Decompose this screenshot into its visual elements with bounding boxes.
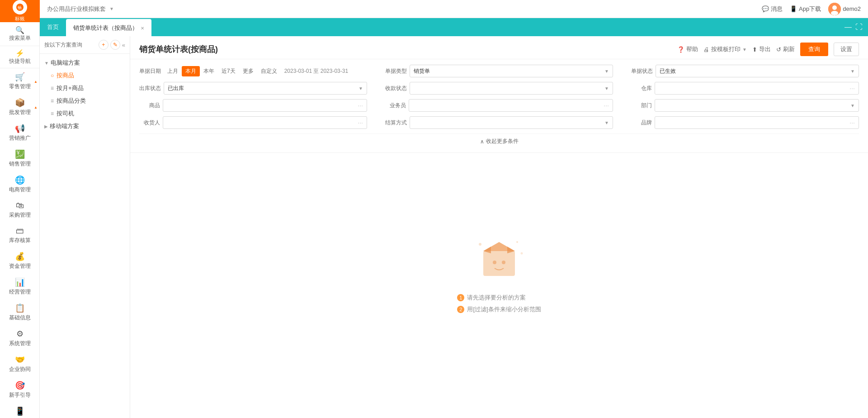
doc-type-select[interactable]: 销货单 ▼	[410, 65, 613, 77]
sidebar-item-system[interactable]: ⚙ 系统管理	[0, 325, 39, 351]
sidebar-item-quick-nav[interactable]: ⚡ 快捷导航	[0, 46, 39, 68]
export-btn[interactable]: ⬆ 导出	[752, 45, 771, 53]
sidebar-item-retail[interactable]: 🛒 零售管理	[0, 68, 39, 94]
sidebar-item-inventory[interactable]: 🗃 库存核算	[0, 223, 39, 248]
print-dropdown-icon[interactable]: ▼	[742, 47, 747, 52]
sidebar-item-onboarding[interactable]: 🎯 新手引导	[0, 377, 39, 403]
sidebar-item-app-center[interactable]: 📱 应用中心	[0, 403, 39, 418]
dept-select[interactable]: ▼	[655, 99, 859, 112]
tree-child-by-category[interactable]: ≡ 按商品分类	[40, 95, 130, 107]
filter-dept: 部门 ▼	[631, 99, 859, 112]
edit-scheme-btn[interactable]: ✎	[110, 40, 120, 50]
warehouse-input[interactable]: ···	[655, 82, 859, 95]
out-status-select[interactable]: 已出库 ▼	[164, 82, 367, 95]
sidebar-item-sales[interactable]: 💹 销售管理	[0, 146, 39, 171]
date-btn-this-year[interactable]: 本年	[200, 66, 218, 76]
tree-child-by-cashier[interactable]: ≡ 按司机	[40, 107, 130, 120]
sidebar-item-wholesale[interactable]: 📦 批发管理	[0, 94, 39, 120]
sales-icon: 💹	[15, 149, 25, 159]
tree-child-by-product[interactable]: ○ 按商品	[40, 69, 130, 82]
collab-icon: 🤝	[15, 355, 25, 365]
tree-parent-pc-label: 电脑端方案	[51, 59, 80, 67]
date-btn-7days[interactable]: 近7天	[218, 66, 239, 76]
header-left: 办公用品行业模拟账套 ▼	[47, 5, 114, 13]
add-scheme-btn[interactable]: +	[99, 40, 108, 50]
message-icon: 💬	[762, 5, 769, 12]
recipient-label: 收货人	[139, 119, 160, 127]
onboarding-icon: 🎯	[15, 380, 25, 390]
tab-close-icon[interactable]: ✕	[141, 26, 144, 31]
warehouse-label: 仓库	[631, 85, 652, 92]
date-label: 单据日期	[139, 67, 161, 75]
tab-sales-stat[interactable]: 销货单统计表（按商品） ✕	[66, 19, 151, 37]
date-btn-custom[interactable]: 自定义	[257, 66, 281, 76]
warehouse-dots-icon: ···	[849, 85, 855, 92]
print-label: 按模板打印	[711, 45, 741, 53]
sidebar-item-search[interactable]: 🔍 搜索菜单	[0, 22, 39, 46]
out-status-value: 已出库	[168, 85, 184, 92]
print-btn[interactable]: 🖨 按模板打印 ▼	[703, 45, 747, 53]
page-title-bar: 销货单统计表(按商品) ❓ 帮助 🖨 按模板打印 ▼ ⬆ 导出	[130, 36, 868, 59]
message-btn[interactable]: 💬 消息	[762, 5, 783, 13]
industry-dropdown-icon[interactable]: ▼	[109, 6, 114, 11]
header-right: 💬 消息 📱 App下载 demo2	[762, 3, 861, 15]
payment-status-label: 收款状态	[385, 85, 407, 92]
user-menu[interactable]: demo2	[828, 3, 861, 15]
by-cashier-icon: ≡	[51, 110, 54, 117]
recipient-dots-icon: ···	[358, 119, 363, 126]
brand-input[interactable]: ···	[655, 116, 859, 129]
app-download-label: App下载	[799, 5, 821, 13]
salesperson-input[interactable]: ···	[409, 99, 613, 112]
help-btn[interactable]: ❓ 帮助	[677, 45, 698, 53]
app-download-btn[interactable]: 📱 App下载	[790, 5, 821, 13]
help-label: 帮助	[686, 45, 698, 53]
tree-child-by-month-product[interactable]: ≡ 按月+商品	[40, 82, 130, 95]
collapse-panel-btn[interactable]: «	[122, 42, 125, 48]
empty-illustration	[472, 228, 526, 283]
settings-button[interactable]: 设置	[834, 43, 859, 56]
payment-method-select[interactable]: ▼	[410, 116, 613, 129]
tip-num-1: 1	[457, 294, 464, 301]
sidebar-item-finance[interactable]: 💰 资金管理	[0, 248, 39, 274]
date-btn-last-month[interactable]: 上月	[164, 66, 182, 76]
inventory-icon: 🗃	[16, 226, 24, 236]
collapse-label: 收起更多条件	[486, 138, 519, 145]
collapse-btn[interactable]: ∧ 收起更多条件	[480, 138, 519, 145]
sidebar-item-ecommerce[interactable]: 🌐 电商管理	[0, 171, 39, 197]
tree-parent-mobile[interactable]: ▶ 移动端方案	[40, 120, 130, 133]
sidebar-item-collab[interactable]: 🤝 企业协同	[0, 351, 39, 377]
payment-status-select[interactable]: ▼	[410, 82, 613, 95]
sidebar-item-operations[interactable]: 📊 经营管理	[0, 274, 39, 299]
filter-payment-status: 收款状态 ▼	[385, 82, 613, 95]
tree-parent-pc[interactable]: ▼ 电脑端方案	[40, 57, 130, 69]
product-input[interactable]: ···	[163, 99, 367, 112]
sidebar-item-purchase[interactable]: 🛍 采购管理	[0, 197, 39, 223]
product-control: ···	[163, 99, 367, 112]
tab-home[interactable]: 首页	[40, 18, 66, 36]
sidebar-item-marketing[interactable]: 📢 营销推广	[0, 120, 39, 146]
message-label: 消息	[771, 5, 783, 13]
date-btn-this-month[interactable]: 本月	[182, 66, 200, 76]
main-content: 办公用品行业模拟账套 ▼ 💬 消息 📱 App下载 demo2 首页	[40, 0, 868, 418]
tab-minimize-btn[interactable]: —	[844, 23, 852, 31]
tree-arrow-mobile: ▶	[44, 124, 48, 129]
by-product-label: 按商品	[57, 71, 74, 80]
doc-type-arrow: ▼	[604, 69, 609, 74]
logo-icon: 畅	[13, 0, 27, 14]
tree-arrow-pc: ▼	[44, 61, 49, 66]
tab-expand-btn[interactable]: ⛶	[855, 23, 863, 31]
out-status-label: 出库状态	[139, 85, 161, 92]
recipient-input[interactable]: ···	[163, 116, 367, 129]
export-label: 导出	[759, 45, 771, 53]
sidebar-item-basic-info[interactable]: 📋 基础信息	[0, 299, 39, 325]
svg-point-3	[832, 5, 837, 10]
refresh-btn[interactable]: ↺ 刷新	[776, 45, 795, 53]
by-month-product-label: 按月+商品	[57, 84, 84, 92]
print-icon: 🖨	[703, 46, 709, 53]
query-button[interactable]: 查询	[800, 43, 828, 56]
date-btn-more[interactable]: 更多	[239, 66, 257, 76]
ecommerce-icon: 🌐	[15, 175, 25, 185]
by-category-label: 按商品分类	[57, 97, 86, 105]
salesperson-dots-icon: ···	[604, 102, 609, 109]
doc-status-select[interactable]: 已生效 ▼	[656, 65, 859, 77]
